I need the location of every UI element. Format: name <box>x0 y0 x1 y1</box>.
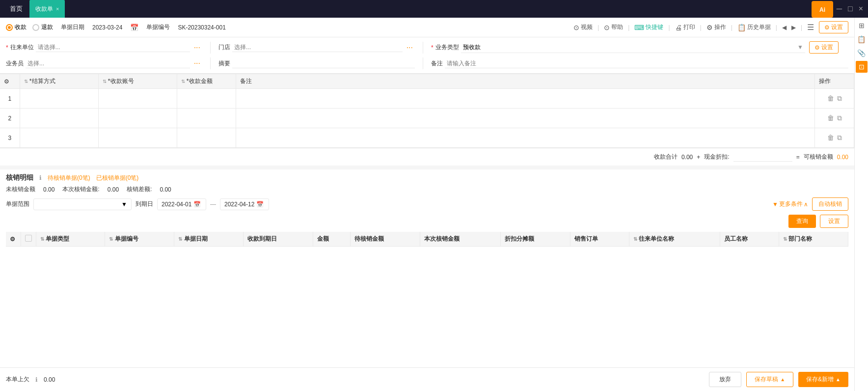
row-settle-1[interactable] <box>20 89 98 109</box>
sidebar-attach-icon[interactable]: 📎 <box>856 47 868 59</box>
row-account-1[interactable] <box>98 89 177 109</box>
save-new-btn[interactable]: 保存&新增 ▲ <box>798 372 848 387</box>
radio-refund-dot <box>32 24 39 31</box>
row-settle-2[interactable] <box>20 109 98 128</box>
auto-writeoff-btn[interactable]: 自动核销 <box>812 197 848 211</box>
row-amount-3[interactable] <box>177 128 236 148</box>
date-to-input[interactable]: 2022-04-12 📅 <box>220 198 269 210</box>
shop-more-btn[interactable]: ··· <box>405 43 415 52</box>
nav-tab-close[interactable]: × <box>56 6 59 12</box>
info-icon[interactable]: ℹ <box>39 174 42 181</box>
radio-refund[interactable]: 退款 <box>32 23 53 31</box>
row-settle-3[interactable] <box>20 128 98 148</box>
remark-field: 备注 <box>431 59 848 68</box>
window-minimize-btn[interactable]: ─ <box>836 3 843 14</box>
copy-icon-2[interactable]: ⧉ <box>837 114 842 122</box>
row-amount-1[interactable] <box>177 89 236 109</box>
sep1: | <box>597 24 599 31</box>
row-account-2[interactable] <box>98 109 177 128</box>
copy-icon-3[interactable]: ⧉ <box>837 134 842 142</box>
sort-account-icon[interactable]: ⇅ <box>103 79 107 84</box>
done-tag-btn[interactable]: 已核销单据(0笔) <box>96 174 139 182</box>
row-amount-2[interactable] <box>177 109 236 128</box>
nav-next-icon[interactable]: ▶ <box>791 24 796 31</box>
summary-input[interactable] <box>232 59 415 68</box>
select-all-checkbox[interactable] <box>25 235 32 242</box>
date-from-input[interactable]: 2022-04-01 📅 <box>157 198 206 210</box>
sidebar-doc-icon[interactable]: 📋 <box>856 33 868 45</box>
shop-input[interactable] <box>232 43 403 52</box>
nav-home[interactable]: 首页 <box>4 4 28 13</box>
ai-button[interactable]: Ai <box>812 1 833 18</box>
sort-date-icon[interactable]: ⇅ <box>178 236 182 242</box>
row-num-2: 2 <box>0 109 20 128</box>
delete-icon-3[interactable]: 🗑 <box>827 134 834 142</box>
sort-settle-icon[interactable]: ⇅ <box>24 79 28 84</box>
list-icon[interactable]: ☰ <box>807 23 814 32</box>
sort-type-icon[interactable]: ⇅ <box>40 236 44 242</box>
required-star: * <box>6 44 8 51</box>
th-settle: ⇅ *结算方式 <box>20 74 98 89</box>
abandon-btn[interactable]: 放弃 <box>709 372 741 387</box>
discount-input[interactable] <box>733 152 792 162</box>
date-from-value: 2022-04-01 <box>162 201 191 208</box>
more-filter-btn[interactable]: ▼ 更多条件 ∧ <box>772 200 808 208</box>
section-divider <box>0 166 854 169</box>
delete-icon-2[interactable]: 🗑 <box>827 114 834 122</box>
summary-label: 摘要 <box>218 59 230 68</box>
calendar-icon[interactable]: 📅 <box>130 24 138 31</box>
toolbar: 收款 退款 单据日期 2023-03-24 📅 单据编号 SK-20230324… <box>0 18 854 37</box>
delete-icon-1[interactable]: 🗑 <box>827 94 834 103</box>
sort-dept-icon[interactable]: ⇅ <box>783 236 787 242</box>
remark-input[interactable] <box>445 59 848 68</box>
date-label: 单据日期 <box>61 23 84 31</box>
counterpart-input[interactable] <box>36 43 190 52</box>
th-operation-label: 操作 <box>819 78 831 84</box>
setting-btn[interactable]: ⚙ 设置 <box>819 21 848 33</box>
form-setting-btn[interactable]: ⚙ 设置 <box>809 41 839 54</box>
save-draft-btn[interactable]: 保存草稿 ▲ <box>746 372 793 387</box>
history-btn[interactable]: 📋 历史单据 <box>737 23 771 31</box>
business-type-select[interactable]: 预收款 ▼ <box>461 42 805 53</box>
sort-number-icon[interactable]: ⇅ <box>109 236 113 242</box>
query-btn[interactable]: 查询 <box>788 215 816 228</box>
nav-tab-label: 收款单 <box>35 5 53 13</box>
th-account-label: *收款账号 <box>108 78 134 84</box>
save-new-arrow-icon: ▲ <box>836 377 841 382</box>
operation-btn[interactable]: ⚙ 操作 <box>706 23 726 31</box>
sort-counterpart-icon[interactable]: ⇅ <box>633 236 637 242</box>
filter-icon: ▼ <box>772 201 778 208</box>
th-gear[interactable]: ⚙ <box>0 74 20 89</box>
nav-prev-icon[interactable]: ◀ <box>782 24 787 31</box>
sidebar-screen-icon[interactable]: ⊡ <box>856 61 868 73</box>
help-btn[interactable]: ⊙ 帮助 <box>604 23 623 31</box>
print-btn[interactable]: 🖨 打印 <box>675 23 695 31</box>
salesperson-input[interactable] <box>26 59 190 68</box>
row-remark-3[interactable] <box>236 128 815 148</box>
radio-receipt[interactable]: 收款 <box>6 23 27 31</box>
pending-tag-btn[interactable]: 待核销单据(0笔) <box>48 174 90 182</box>
main-content: 收款 退款 单据日期 2023-03-24 📅 单据编号 SK-20230324… <box>0 18 868 391</box>
th-gear2[interactable]: ⚙ <box>6 232 21 247</box>
window-maximize-btn[interactable]: □ <box>847 3 854 14</box>
writeoff-table: ⚙ ⇅ 单据类型 ⇅ 单据编号 <box>6 232 848 247</box>
salesperson-more-btn[interactable]: ··· <box>192 59 202 68</box>
writeoff-filter-area: 单据范围 ▼ 到期日 2022-04-01 📅 — 2022-04-12 <box>6 197 848 211</box>
filter-settings-btn[interactable]: 设置 <box>820 215 848 228</box>
sidebar-table-icon[interactable]: ⊞ <box>856 20 868 31</box>
calendar-icon2: 📅 <box>193 201 201 208</box>
sort-amount-icon[interactable]: ⇅ <box>181 79 185 84</box>
window-close-btn[interactable]: × <box>858 3 864 14</box>
range-select[interactable]: ▼ <box>33 198 132 210</box>
nav-tab-receipt[interactable]: 收款单 × <box>29 0 65 18</box>
save-new-label: 保存&新增 <box>806 375 834 384</box>
counterpart-more-btn[interactable]: ··· <box>192 43 202 52</box>
copy-icon-1[interactable]: ⧉ <box>837 94 842 103</box>
shortcut-btn[interactable]: ⌨ 快捷键 <box>634 23 663 31</box>
row-remark-1[interactable] <box>236 89 815 109</box>
th-current: 本次核销金额 <box>420 232 500 247</box>
th-checkbox[interactable] <box>21 232 36 247</box>
video-btn[interactable]: ⊙ 视频 <box>573 23 593 31</box>
row-account-3[interactable] <box>98 128 177 148</box>
row-remark-2[interactable] <box>236 109 815 128</box>
